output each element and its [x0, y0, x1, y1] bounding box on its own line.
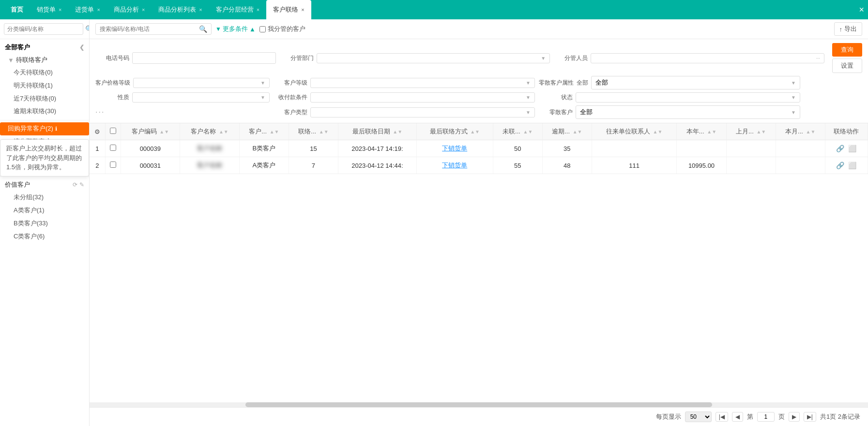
setting-btn[interactable]: 设置: [832, 59, 862, 73]
sidebar-item-7days[interactable]: 近7天待联络(0): [0, 92, 89, 105]
col-level-sort[interactable]: ▲▼: [270, 130, 279, 134]
col-unit-sort[interactable]: ▲▼: [653, 130, 663, 134]
row1-last-method[interactable]: 下销货单: [416, 140, 493, 157]
col-this-month-sort[interactable]: ▲▼: [806, 130, 816, 134]
col-last-method[interactable]: 最后联络方式 ▲▼: [416, 123, 493, 140]
prev-page-btn[interactable]: ◀: [732, 412, 743, 422]
horizontal-scrollbar[interactable]: [90, 402, 868, 407]
more-conditions-btn[interactable]: ▼ 更多条件 ▲: [215, 25, 256, 33]
payment-select[interactable]: ▼: [310, 92, 535, 103]
col-name-sort[interactable]: ▲▼: [219, 130, 228, 134]
sidebar-item-today[interactable]: 今天待联络(0): [0, 66, 89, 79]
phone-input[interactable]: [132, 52, 276, 64]
window-close-btn[interactable]: ×: [859, 5, 864, 15]
first-page-btn[interactable]: |◀: [716, 412, 728, 422]
col-contact-count[interactable]: 联络... ▲▼: [289, 123, 338, 140]
col-this-month[interactable]: 本月... ▲▼: [776, 123, 825, 140]
col-overdue-sort[interactable]: ▲▼: [573, 130, 582, 134]
col-checkbox-all[interactable]: [105, 123, 121, 140]
col-unit-contact[interactable]: 往来单位联系人 ▲▼: [592, 123, 677, 140]
gender-select[interactable]: ▼: [132, 92, 270, 103]
row1-contact-count: 15: [289, 140, 338, 157]
sidebar-item-ungroup[interactable]: 未分组(32): [0, 191, 89, 204]
search-input[interactable]: [100, 26, 199, 32]
sidebar-item-abnormal[interactable]: 回购异常客户(2) ℹ: [0, 122, 89, 135]
select-all-checkbox[interactable]: [110, 128, 116, 134]
col-code[interactable]: 客户编码 ▲▼: [121, 123, 180, 140]
sidebar-collapse-btn[interactable]: ❮: [79, 44, 84, 51]
col-year-sort[interactable]: ▲▼: [707, 130, 716, 134]
col-not-contacted[interactable]: 未联... ▲▼: [493, 123, 542, 140]
nav-tab-analysis-list-close[interactable]: ×: [199, 7, 202, 13]
more-dots[interactable]: ···: [95, 108, 105, 117]
nav-tab-sales-close[interactable]: ×: [59, 7, 61, 13]
row1-name[interactable]: 客户名称: [180, 140, 240, 157]
nav-tab-contact[interactable]: 客户联络 ×: [266, 0, 311, 19]
col-not-contacted-sort[interactable]: ▲▼: [523, 130, 533, 134]
sidebar-item-tomorrow[interactable]: 明天待联络(1): [0, 79, 89, 92]
nav-tab-contact-close[interactable]: ×: [301, 7, 304, 13]
per-page-select[interactable]: 50 100 200: [685, 411, 712, 422]
price-level-select[interactable]: ▼: [133, 78, 270, 88]
sidebar-group-value[interactable]: 价值客户 ⟳ ✎: [0, 178, 89, 191]
nav-tab-analysis-close[interactable]: ×: [142, 7, 145, 13]
retail-customer-select[interactable]: 全部 ▼: [576, 105, 800, 119]
col-last-date[interactable]: 最后联络日期 ▲▼: [338, 123, 417, 140]
col-contact-sort[interactable]: ▲▼: [319, 130, 329, 134]
col-year[interactable]: 本年... ▲▼: [677, 123, 726, 140]
nav-tab-segment[interactable]: 客户分层经营 ×: [209, 0, 266, 19]
nav-tab-purchase-close[interactable]: ×: [97, 7, 100, 13]
abnormal-help-icon[interactable]: ℹ: [55, 125, 57, 133]
nav-tab-analysis[interactable]: 商品分析 ×: [107, 0, 152, 19]
row2-name[interactable]: 客户名称: [180, 157, 240, 174]
col-last-date-sort[interactable]: ▲▼: [393, 130, 402, 134]
row1-copy-icon[interactable]: ⬜: [848, 145, 856, 152]
value-edit-icon[interactable]: ✎: [79, 181, 84, 188]
row1-check[interactable]: [110, 145, 116, 151]
row2-copy-icon[interactable]: ⬜: [848, 162, 856, 169]
nav-tab-home[interactable]: 首页: [4, 0, 30, 19]
query-btn[interactable]: 查询: [832, 43, 862, 57]
row2-checkbox[interactable]: [105, 157, 121, 174]
nav-tab-segment-close[interactable]: ×: [257, 7, 259, 13]
nav-tab-sales[interactable]: 销货单 ×: [30, 0, 68, 19]
sidebar-item-c-class[interactable]: C类客户(6): [0, 230, 89, 243]
col-code-sort[interactable]: ▲▼: [159, 130, 169, 134]
last-page-btn[interactable]: ▶|: [804, 412, 816, 422]
page-num-input[interactable]: [757, 412, 775, 422]
value-refresh-icon[interactable]: ⟳: [73, 181, 77, 188]
dept-select[interactable]: ▼: [317, 53, 550, 63]
nav-tab-analysis-list[interactable]: 商品分析列表 ×: [152, 0, 209, 19]
row1-method-link[interactable]: 下销货单: [442, 145, 467, 152]
row1-link-icon[interactable]: 🔗: [836, 145, 844, 152]
col-last-month[interactable]: 上月... ▲▼: [726, 123, 776, 140]
row2-link-icon[interactable]: 🔗: [836, 162, 844, 169]
my-customer-checkbox[interactable]: [259, 26, 266, 32]
sidebar-group-pending[interactable]: ▼ 待联络客户: [0, 54, 89, 66]
sidebar-search-input[interactable]: [4, 23, 83, 35]
col-customer-level[interactable]: 客户... ▲▼: [239, 123, 289, 140]
next-page-btn[interactable]: ▶: [789, 412, 800, 422]
sidebar-all-customers[interactable]: 全部客户 ❮: [0, 39, 89, 54]
customer-level-select[interactable]: ▼: [310, 78, 535, 88]
col-overdue[interactable]: 逾期... ▲▼: [542, 123, 592, 140]
status-select[interactable]: ▼: [576, 92, 800, 103]
col-name[interactable]: 客户名称 ▲▼: [180, 123, 240, 140]
nav-tab-purchase[interactable]: 进货单 ×: [68, 0, 107, 19]
row2-check[interactable]: [110, 162, 116, 168]
sidebar-item-overdue[interactable]: 逾期未联络(30): [0, 105, 89, 118]
manager-select[interactable]: ···: [591, 53, 824, 63]
row1-checkbox[interactable]: [105, 140, 121, 157]
row2-method-link[interactable]: 下销货单: [442, 162, 467, 169]
sidebar-item-b-class[interactable]: B类客户(33): [0, 217, 89, 230]
sidebar-search-icon[interactable]: 🔍: [85, 25, 90, 33]
col-last-month-sort[interactable]: ▲▼: [756, 130, 766, 134]
sidebar-item-a-class[interactable]: A类客户(1): [0, 204, 89, 217]
col-last-method-sort[interactable]: ▲▼: [470, 130, 480, 134]
retail-attr-select[interactable]: 全部 ▼: [591, 76, 800, 89]
horizontal-scrollbar-thumb[interactable]: [245, 402, 713, 407]
export-btn[interactable]: ↑ 导出: [834, 22, 863, 36]
col-settings[interactable]: ⚙: [90, 123, 105, 140]
customer-type-select[interactable]: ▼: [310, 107, 535, 118]
row2-last-method[interactable]: 下销货单: [416, 157, 493, 174]
